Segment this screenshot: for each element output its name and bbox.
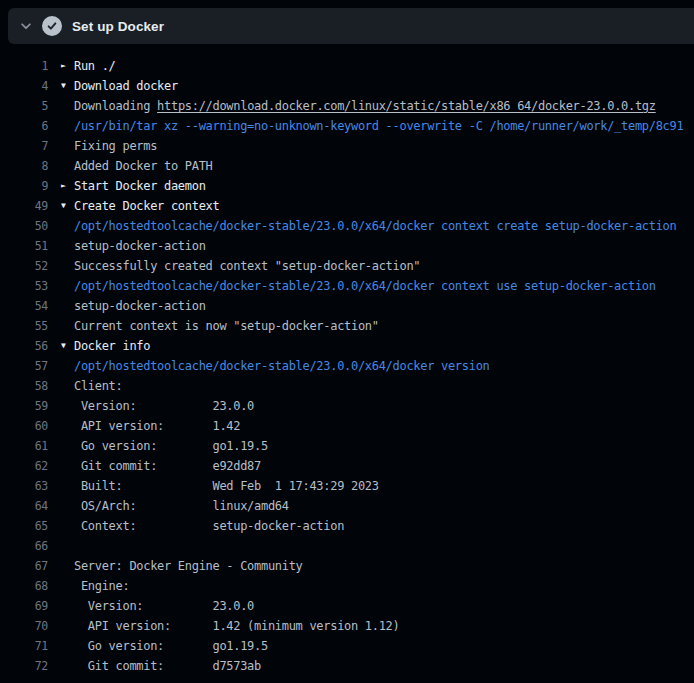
line-number[interactable]: 64 <box>0 496 48 516</box>
log-line: 6 /usr/bin/tar xz --warning=no-unknown-k… <box>0 116 694 136</box>
log-text: Go version: go1.19.5 <box>74 436 268 456</box>
log-line: 62 Git commit: e92dd87 <box>0 456 694 476</box>
chevron-down-icon[interactable] <box>19 19 33 33</box>
log-text: OS/Arch: linux/amd64 <box>74 496 289 516</box>
log-group-header[interactable]: 1 ► Run ./ <box>0 56 694 76</box>
log-text: Context: setup-docker-action <box>74 516 344 536</box>
log-text: Successfully created context "setup-dock… <box>74 256 420 276</box>
log-line: 66 <box>0 536 694 556</box>
log-text: Run ./ <box>74 56 116 76</box>
log-line: 50 /opt/hostedtoolcache/docker-stable/23… <box>0 216 694 236</box>
log-line: 53 /opt/hostedtoolcache/docker-stable/23… <box>0 276 694 296</box>
line-number[interactable]: 58 <box>0 376 48 396</box>
line-number[interactable]: 1 <box>0 56 48 76</box>
status-check-icon <box>42 16 62 36</box>
line-number[interactable]: 53 <box>0 276 48 296</box>
line-number[interactable]: 9 <box>0 176 48 196</box>
line-number[interactable]: 63 <box>0 476 48 496</box>
log-text: Engine: <box>74 576 129 596</box>
log-line: 71 Go version: go1.19.5 <box>0 636 694 656</box>
log-text: Client: <box>74 376 122 396</box>
line-number[interactable]: 62 <box>0 456 48 476</box>
log-text: Git commit: e92dd87 <box>74 456 261 476</box>
log-text: Fixing perms <box>74 136 157 156</box>
log-line: 55 Current context is now "setup-docker-… <box>0 316 694 336</box>
line-number[interactable]: 69 <box>0 596 48 616</box>
line-number[interactable]: 4 <box>0 76 48 96</box>
line-number[interactable]: 6 <box>0 116 48 136</box>
log-group-header[interactable]: 56 ▼ Docker info <box>0 336 694 356</box>
line-number[interactable]: 67 <box>0 556 48 576</box>
log-text: /usr/bin/tar xz --warning=no-unknown-key… <box>74 116 683 136</box>
group-chevron-collapsed-icon[interactable]: ► <box>48 56 74 76</box>
line-number[interactable]: 8 <box>0 156 48 176</box>
group-chevron-expanded-icon[interactable]: ▼ <box>48 76 74 96</box>
group-chevron-expanded-icon[interactable]: ▼ <box>48 196 74 216</box>
log-line: 64 OS/Arch: linux/amd64 <box>0 496 694 516</box>
log-text: API version: 1.42 <box>74 416 240 436</box>
line-number[interactable]: 59 <box>0 396 48 416</box>
log-text: /opt/hostedtoolcache/docker-stable/23.0.… <box>74 356 489 376</box>
log-line: 67 Server: Docker Engine - Community <box>0 556 694 576</box>
line-number[interactable]: 70 <box>0 616 48 636</box>
line-number[interactable]: 51 <box>0 236 48 256</box>
log-line: 54 setup-docker-action <box>0 296 694 316</box>
log-line: 59 Version: 23.0.0 <box>0 396 694 416</box>
log-text: Built: Wed Feb 1 17:43:29 2023 <box>74 476 379 496</box>
log-line: 68 Engine: <box>0 576 694 596</box>
line-number[interactable]: 61 <box>0 436 48 456</box>
group-chevron-expanded-icon[interactable]: ▼ <box>48 336 74 356</box>
log-line: 8 Added Docker to PATH <box>0 156 694 176</box>
line-number[interactable]: 7 <box>0 136 48 156</box>
step-title: Set up Docker <box>72 19 164 34</box>
line-number[interactable]: 54 <box>0 296 48 316</box>
log-text: /opt/hostedtoolcache/docker-stable/23.0.… <box>74 276 656 296</box>
log-line: 63 Built: Wed Feb 1 17:43:29 2023 <box>0 476 694 496</box>
line-number[interactable]: 50 <box>0 216 48 236</box>
log-text: /opt/hostedtoolcache/docker-stable/23.0.… <box>74 216 676 236</box>
log-line: 69 Version: 23.0.0 <box>0 596 694 616</box>
line-number[interactable]: 68 <box>0 576 48 596</box>
line-number[interactable]: 72 <box>0 656 48 676</box>
log-text: Create Docker context <box>74 196 219 216</box>
log-text: Version: 23.0.0 <box>74 596 254 616</box>
log-text: Version: 23.0.0 <box>74 396 254 416</box>
log-text: Start Docker daemon <box>74 176 206 196</box>
log-text: Current context is now "setup-docker-act… <box>74 316 379 336</box>
log-text: setup-docker-action <box>74 236 206 256</box>
log-text: Server: Docker Engine - Community <box>74 556 303 576</box>
log-line: 61 Go version: go1.19.5 <box>0 436 694 456</box>
line-number[interactable]: 5 <box>0 96 48 116</box>
log-text: Added Docker to PATH <box>74 156 213 176</box>
line-number[interactable]: 66 <box>0 536 48 556</box>
log-group-header[interactable]: 49 ▼ Create Docker context <box>0 196 694 216</box>
step-header[interactable]: Set up Docker <box>8 8 694 44</box>
line-number[interactable]: 52 <box>0 256 48 276</box>
log-line: 5 Downloading https://download.docker.co… <box>0 96 694 116</box>
log-line: 51 setup-docker-action <box>0 236 694 256</box>
line-number[interactable]: 55 <box>0 316 48 336</box>
log-text: API version: 1.42 (minimum version 1.12) <box>74 616 399 636</box>
log-line: 60 API version: 1.42 <box>0 416 694 436</box>
line-number[interactable]: 65 <box>0 516 48 536</box>
line-number[interactable]: 56 <box>0 336 48 356</box>
log-line: 65 Context: setup-docker-action <box>0 516 694 536</box>
log-line: 52 Successfully created context "setup-d… <box>0 256 694 276</box>
log-line: 7 Fixing perms <box>0 136 694 156</box>
log-text: Downloading https://download.docker.com/… <box>74 96 656 116</box>
log-group-header[interactable]: 9 ► Start Docker daemon <box>0 176 694 196</box>
log-group-header[interactable]: 4 ▼ Download docker <box>0 76 694 96</box>
line-number[interactable]: 49 <box>0 196 48 216</box>
log-lines: 1 ► Run ./ 4 ▼ Download docker 5 Downloa… <box>0 44 694 676</box>
line-number[interactable]: 60 <box>0 416 48 436</box>
log-url-link[interactable]: https://download.docker.com/linux/static… <box>157 99 656 113</box>
log-text: Docker info <box>74 336 150 356</box>
log-line: 58 Client: <box>0 376 694 396</box>
log-text: Download docker <box>74 76 178 96</box>
log-text: Go version: go1.19.5 <box>74 636 268 656</box>
line-number[interactable]: 71 <box>0 636 48 656</box>
log-line: 57 /opt/hostedtoolcache/docker-stable/23… <box>0 356 694 376</box>
group-chevron-collapsed-icon[interactable]: ► <box>48 176 74 196</box>
log-text: setup-docker-action <box>74 296 206 316</box>
line-number[interactable]: 57 <box>0 356 48 376</box>
